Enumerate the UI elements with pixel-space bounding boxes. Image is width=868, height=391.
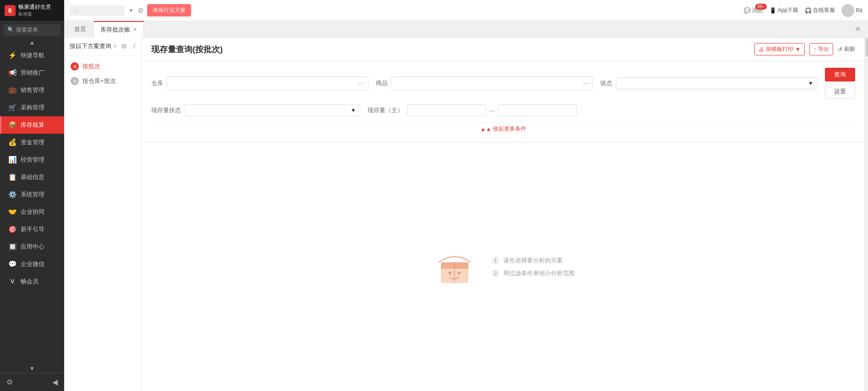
- nav-label: 新手引导: [21, 225, 44, 234]
- enterprise-icon: 🤝: [8, 208, 17, 216]
- nav-label: 资金管理: [21, 138, 44, 147]
- sidebar-item-finance[interactable]: 💰 资金管理: [0, 134, 64, 151]
- sidebar-item-operation[interactable]: 📊 经营管理: [0, 151, 64, 168]
- query-button[interactable]: 查询: [825, 68, 855, 81]
- filter-row-2: 现存量状态 ▼ 现存量（主） —: [151, 104, 855, 116]
- stock-status-select[interactable]: ▼: [185, 104, 360, 116]
- user-avatar[interactable]: Rit: [841, 4, 863, 17]
- nav-label: 库存核算: [21, 121, 44, 129]
- scroll-thumb[interactable]: [866, 38, 868, 57]
- hint-num-1: 1: [491, 256, 500, 265]
- sidebar-item-marketing[interactable]: 📢 营销推广: [0, 64, 64, 81]
- topbar-icons: 💬 消息 99+ 📱 App下载 🎧 在线客服 Rit: [744, 4, 863, 17]
- refresh-icon: ↺: [838, 46, 842, 53]
- stock-qty-max[interactable]: [498, 104, 577, 116]
- stock-qty-dash: —: [489, 107, 495, 114]
- page-title: 现存量查询(按批次): [151, 44, 223, 55]
- collapse-filter-button[interactable]: ▲▲ 收起更多条件: [151, 122, 855, 136]
- warehouse-label: 仓库: [151, 79, 163, 87]
- scheme-item-batch[interactable]: ⚙ 按批次: [64, 59, 142, 74]
- column-settings-button[interactable]: 设置: [825, 84, 855, 99]
- wxwork-icon: 💬: [8, 260, 17, 268]
- status-label: 状态: [600, 79, 612, 87]
- operation-icon: 📊: [8, 156, 17, 164]
- sidebar-item-member[interactable]: V 畅会员: [0, 273, 64, 290]
- collapse-panel-icon[interactable]: 《: [130, 42, 136, 50]
- left-panel-title: 按以下方案查询: [70, 42, 111, 50]
- status-select[interactable]: ▼: [616, 77, 818, 89]
- topbar: ▭ ▼ ⚙ 体验行业方案 💬 消息 99+ 📱 App下载 🎧 在线客服 Rit: [64, 0, 868, 21]
- member-icon: V: [8, 278, 17, 285]
- export-button[interactable]: ↑ 导出: [809, 43, 833, 55]
- right-scrollbar[interactable]: [864, 38, 868, 391]
- export-icon: ↑: [813, 46, 816, 53]
- hint-text-1: 请先选择要分析的方案: [503, 256, 563, 265]
- search-label: 搜索菜单: [16, 26, 38, 34]
- scheme-item-warehouse-batch[interactable]: ⚙ 按仓库+批次: [64, 74, 142, 88]
- nav-label: 企业微信: [21, 260, 44, 268]
- close-tab-button[interactable]: ✕: [851, 25, 864, 33]
- refresh-button[interactable]: ↺ 刷新: [838, 45, 855, 53]
- left-panel-items: ⚙ 按批次 ⚙ 按仓库+批次: [64, 55, 142, 92]
- tab-home-label: 首页: [74, 25, 86, 33]
- sidebar-item-sales[interactable]: 💼 销售管理: [0, 81, 64, 99]
- scheme-settings-icon[interactable]: ⚙: [121, 43, 127, 50]
- nav-label: 经营管理: [21, 156, 44, 164]
- tab-home[interactable]: 首页: [68, 21, 93, 38]
- page-header: 现存量查询(按批次) 🖨 按模板打印 ▼ ↑ 导出 ↺ 刷新: [142, 38, 864, 61]
- topbar-gear-icon[interactable]: ⚙: [137, 6, 143, 15]
- message-badge: 99+: [755, 4, 767, 10]
- sidebar-item-shortcut[interactable]: ⚡ 快捷导航: [0, 47, 64, 64]
- sales-icon: 💼: [8, 86, 17, 94]
- collapse-up-icon: ▲▲: [480, 126, 491, 132]
- topbar-search[interactable]: ▭: [70, 5, 125, 16]
- sidebar-item-wxwork[interactable]: 💬 企业微信: [0, 255, 64, 273]
- nav-label: 基础信息: [21, 173, 44, 181]
- online-support-button[interactable]: 🎧 在线客服: [805, 6, 835, 14]
- sidebar-item-newbie[interactable]: 🎯 新手引导: [0, 221, 64, 238]
- sidebar-item-system[interactable]: ⚙️ 系统管理: [0, 186, 64, 203]
- hint-item-1: 1 请先选择要分析的方案: [491, 256, 575, 265]
- add-scheme-icon[interactable]: ＋: [112, 42, 118, 50]
- left-panel: 按以下方案查询 ＋ ⚙ 《 ⚙ 按批次 ⚙ 按仓库+批次: [64, 38, 142, 391]
- empty-hints: 1 请先选择要分析的方案 2 用过滤条件来缩小分析范围: [491, 256, 575, 277]
- nav-label: 系统管理: [21, 190, 44, 199]
- collapse-sidebar-icon[interactable]: ◀: [52, 378, 58, 386]
- sidebar-item-inventory[interactable]: 📦 库存核算: [0, 116, 64, 134]
- message-button[interactable]: 💬 消息 99+: [744, 6, 763, 14]
- nav-label: 销售管理: [21, 86, 44, 94]
- print-button[interactable]: 🖨 按模板打印 ▼: [754, 43, 805, 55]
- scheme-label-batch: 按批次: [82, 62, 100, 71]
- stock-qty-min[interactable]: [407, 104, 486, 116]
- product-input[interactable]: ···: [391, 76, 593, 90]
- sidebar-scroll-up[interactable]: ▲: [0, 38, 64, 47]
- warehouse-input[interactable]: ···: [167, 76, 368, 90]
- trial-button[interactable]: 体验行业方案: [147, 4, 191, 16]
- tab-close-icon[interactable]: ✕: [133, 27, 137, 33]
- avatar: [841, 4, 854, 17]
- scheme-dot-gray: ⚙: [71, 77, 79, 85]
- topbar-chevron-icon[interactable]: ▼: [128, 7, 134, 14]
- sidebar-search[interactable]: 🔍 搜索菜单: [4, 24, 60, 36]
- hint-text-2: 用过滤条件来缩小分析范围: [503, 269, 575, 277]
- topbar-search-icon: ▭: [74, 7, 79, 14]
- tab-batch[interactable]: 库存批次账 ✕: [94, 21, 144, 38]
- sidebar-item-purchase[interactable]: 🛒 采购管理: [0, 99, 64, 116]
- settings-icon[interactable]: ⚙: [6, 378, 13, 386]
- warehouse-dots[interactable]: ···: [358, 79, 364, 87]
- product-label: 商品: [376, 79, 388, 87]
- nav-label: 快捷导航: [21, 51, 44, 60]
- download-icon: 📱: [769, 7, 776, 14]
- sidebar-item-apps[interactable]: 🔲 应用中心: [0, 238, 64, 255]
- sidebar-item-enterprise[interactable]: 🤝 企业协同: [0, 203, 64, 221]
- app-download-button[interactable]: 📱 App下载: [769, 6, 798, 14]
- message-icon: 💬: [744, 7, 751, 14]
- refresh-label: 刷新: [844, 45, 855, 53]
- left-panel-header: 按以下方案查询 ＋ ⚙ 《: [64, 38, 142, 55]
- product-dots[interactable]: ···: [583, 79, 589, 87]
- sidebar-scroll-down[interactable]: ▼: [0, 364, 64, 373]
- scheme-dot-red: ⚙: [71, 62, 79, 71]
- marketing-icon: 📢: [8, 69, 17, 77]
- sidebar-footer: ⚙ ◀: [0, 373, 64, 391]
- sidebar-item-basic[interactable]: 📋 基础信息: [0, 168, 64, 186]
